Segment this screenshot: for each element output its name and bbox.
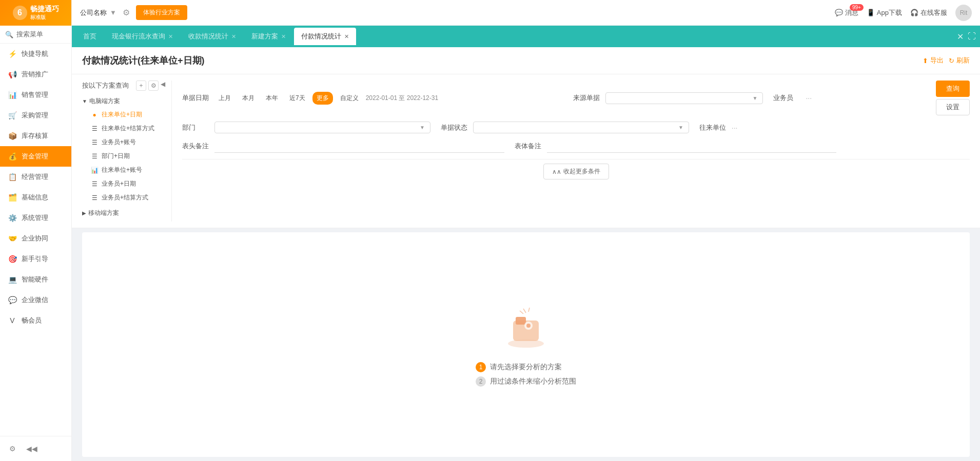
tab-new-scheme-label: 新建方案 <box>251 32 278 41</box>
sidebar-item-member[interactable]: V 畅会员 <box>0 310 71 331</box>
online-service-btn[interactable]: 🎧 在线客服 <box>910 8 947 17</box>
trial-btn[interactable]: 体验行业方案 <box>136 5 187 20</box>
collapse-more-btn[interactable]: ∧∧ 收起更多条件 <box>543 164 609 179</box>
settings-btn[interactable]: 设置 <box>936 99 970 115</box>
sidebar-item-cooperation[interactable]: 🤝 企业协同 <box>0 228 71 249</box>
system-label: 系统管理 <box>22 213 48 223</box>
tab-payment-stats[interactable]: 付款情况统计 ✕ <box>294 28 356 45</box>
staff-account-label: 业务员+账号 <box>102 138 136 147</box>
date-btn-this-year[interactable]: 本年 <box>262 92 282 105</box>
sidebar-item-inventory[interactable]: 📦 库存核算 <box>0 126 71 146</box>
tab-maximize-icon[interactable]: ⛶ <box>968 32 976 41</box>
sidebar-item-finance[interactable]: 💰 资金管理 <box>0 146 71 167</box>
body-note-label: 表体备注 <box>515 142 543 151</box>
sidebar-item-basic-info[interactable]: 🗂️ 基础信息 <box>0 187 71 208</box>
tab-bank-flow-close[interactable]: ✕ <box>168 33 173 40</box>
hint-text-1: 请先选择要分析的方案 <box>490 363 562 372</box>
cooperation-icon: 🤝 <box>7 233 17 244</box>
date-field: 单据日期 上月 本月 本年 近7天 更多 自定义 2022-01-01 至 20… <box>182 92 563 105</box>
sidebar-item-wechat[interactable]: 💬 企业微信 <box>0 290 71 310</box>
scheme-add-btn[interactable]: + <box>136 81 146 91</box>
company-dropdown-icon[interactable]: ▼ <box>110 9 116 16</box>
pc-group-arrow-icon: ▼ <box>82 98 87 104</box>
sidebar-settings-btn[interactable]: ⚙ <box>5 442 19 456</box>
app-download-btn[interactable]: 📱 App下载 <box>867 8 902 17</box>
search-menu[interactable]: 🔍 搜索菜单 <box>0 26 71 44</box>
export-label: 导出 <box>930 56 944 65</box>
empty-hint-1: 1 请先选择要分析的方案 <box>476 362 576 372</box>
message-btn[interactable]: 💬 消息 99+ <box>835 8 858 17</box>
sidebar-item-purchase[interactable]: 🛒 采购管理 <box>0 105 71 126</box>
inventory-icon: 📦 <box>7 131 17 141</box>
date-label: 单据日期 <box>182 93 210 103</box>
scheme-item-unit-date[interactable]: ● 往来单位+日期 <box>82 108 165 122</box>
dept-select-arrow-icon: ▼ <box>420 125 425 130</box>
sidebar-item-quick-nav[interactable]: ⚡ 快捷导航 <box>0 44 71 64</box>
page-actions: ⬆ 导出 ↻ 刷新 <box>923 56 970 65</box>
scheme-group-pc: ▼ 电脑端方案 ● 往来单位+日期 ☰ 往来单位+结算方式 ☰ 业务员+账号 <box>82 95 165 205</box>
logo-icon: 6 <box>13 6 27 20</box>
results-area: 1 请先选择要分析的方案 2 用过滤条件来缩小分析范围 <box>82 232 970 457</box>
header-note-input[interactable] <box>214 139 504 153</box>
staff-field: 业务员 ··· <box>773 93 926 103</box>
tab-payment-stats-label: 付款情况统计 <box>301 32 341 41</box>
tab-bank-flow[interactable]: 现金银行流水查询 ✕ <box>105 28 180 45</box>
source-select[interactable]: ▼ <box>605 92 763 104</box>
sidebar-item-system[interactable]: ⚙️ 系统管理 <box>0 208 71 228</box>
scheme-settings-btn[interactable]: ⚙ <box>148 81 159 91</box>
scheme-item-dept-date[interactable]: ☰ 部门+日期 <box>82 149 165 163</box>
svg-point-4 <box>526 324 531 328</box>
tab-close-all-icon[interactable]: ✕ <box>957 32 964 42</box>
svg-rect-2 <box>516 317 526 325</box>
tab-home[interactable]: 首页 <box>76 28 104 45</box>
header-settings-icon[interactable]: ⚙ <box>123 8 130 17</box>
empty-hint-2: 2 用过滤条件来缩小分析范围 <box>476 376 576 387</box>
scheme-item-staff-settle[interactable]: ☰ 业务员+结算方式 <box>82 191 165 205</box>
sidebar-item-business[interactable]: 📋 经营管理 <box>0 167 71 187</box>
sidebar-logo: 6 畅捷通巧 标准版 <box>0 0 71 26</box>
svg-line-7 <box>520 311 523 314</box>
scheme-collapse-btn[interactable]: ◀ <box>161 81 165 91</box>
sidebar-item-sales[interactable]: 📊 销售管理 <box>0 85 71 105</box>
date-btn-more[interactable]: 更多 <box>312 92 333 105</box>
scheme-group-mobile-title[interactable]: ▶ 移动端方案 <box>82 207 165 219</box>
scheme-item-unit-settle[interactable]: ☰ 往来单位+结算方式 <box>82 122 165 135</box>
pc-group-label: 电脑端方案 <box>89 97 120 106</box>
scheme-item-staff-account[interactable]: ☰ 业务员+账号 <box>82 135 165 149</box>
cooperation-label: 企业协同 <box>22 234 48 243</box>
marketing-label: 营销推广 <box>22 70 48 79</box>
hardware-label: 智能硬件 <box>22 275 48 284</box>
staff-settle-icon: ☰ <box>90 194 99 202</box>
page-content: 付款情况统计(往来单位+日期) ⬆ 导出 ↻ 刷新 按以下方案查询 + <box>72 47 980 461</box>
company-name: 公司名称 <box>80 8 107 17</box>
scheme-group-pc-title[interactable]: ▼ 电脑端方案 <box>82 95 165 108</box>
staff-date-label: 业务员+日期 <box>102 179 136 188</box>
sidebar-item-guide[interactable]: 🎯 新手引导 <box>0 249 71 269</box>
tab-new-scheme[interactable]: 新建方案 ✕ <box>244 28 293 45</box>
date-btn-last-month[interactable]: 上月 <box>214 92 235 105</box>
tab-new-scheme-close[interactable]: ✕ <box>281 33 286 40</box>
refresh-btn[interactable]: ↻ 刷新 <box>949 56 970 65</box>
filter-row-2: 部门 ▼ 单据状态 ▼ 往来单位 <box>182 122 970 133</box>
sidebar-item-marketing[interactable]: 📢 营销推广 <box>0 64 71 85</box>
query-btn[interactable]: 查询 <box>936 81 970 97</box>
export-btn[interactable]: ⬆ 导出 <box>923 56 944 65</box>
date-btn-7days[interactable]: 近7天 <box>285 92 309 105</box>
sidebar-collapse-btn[interactable]: ◀◀ <box>25 442 39 456</box>
date-btn-custom[interactable]: 自定义 <box>336 92 363 105</box>
body-note-input[interactable] <box>547 139 837 153</box>
scheme-item-staff-date[interactable]: ☰ 业务员+日期 <box>82 177 165 191</box>
system-icon: ⚙️ <box>7 213 17 223</box>
partner-field: 往来单位 ··· <box>699 123 898 132</box>
tab-bar: 首页 现金银行流水查询 ✕ 收款情况统计 ✕ 新建方案 ✕ 付款情况统计 ✕ ✕… <box>72 26 980 47</box>
tab-receipt-stats[interactable]: 收款情况统计 ✕ <box>181 28 243 45</box>
sidebar-item-hardware[interactable]: 💻 智能硬件 <box>0 269 71 290</box>
tab-receipt-stats-close[interactable]: ✕ <box>231 33 236 40</box>
date-btn-this-month[interactable]: 本月 <box>238 92 259 105</box>
user-avatar[interactable]: Rit <box>955 5 972 21</box>
tab-payment-stats-close[interactable]: ✕ <box>344 33 349 40</box>
scheme-item-unit-account[interactable]: 📊 往来单位+账号 <box>82 163 165 177</box>
page-header: 付款情况统计(往来单位+日期) ⬆ 导出 ↻ 刷新 <box>72 47 980 74</box>
dept-select[interactable]: ▼ <box>214 122 430 133</box>
doc-status-select[interactable]: ▼ <box>473 122 689 133</box>
